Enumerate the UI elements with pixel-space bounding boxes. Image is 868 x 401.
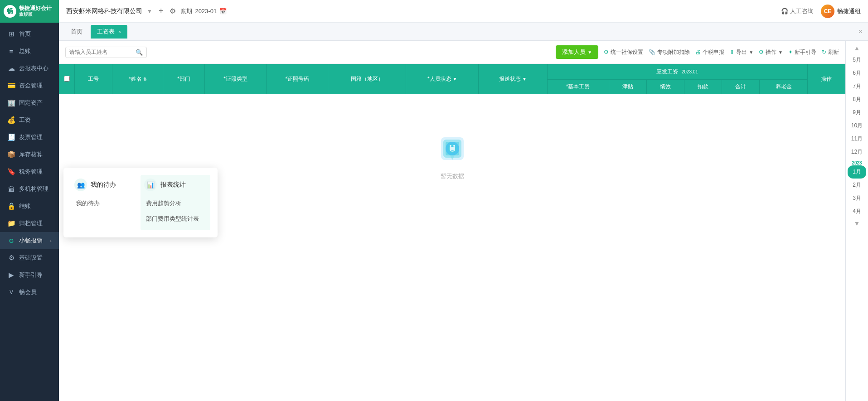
- th-idno: *证照号码: [267, 64, 328, 94]
- tab-close-icon[interactable]: ×: [118, 29, 121, 34]
- topbar-add-button[interactable]: +: [157, 6, 165, 16]
- company-name: 西安虾米网络科技有限公司: [66, 7, 142, 15]
- month-item-3[interactable]: 3月: [846, 192, 868, 205]
- tab-home[interactable]: 首页: [64, 25, 89, 39]
- popup-todo-title: 我的待办: [91, 181, 116, 189]
- todo-section-icon: 👥: [74, 179, 87, 191]
- popup-reports-section: 📊 报表统计 费用趋势分析 部门费用类型统计表: [141, 175, 210, 230]
- th-status[interactable]: *人员状态 ▼: [406, 64, 479, 94]
- add-person-button[interactable]: 添加人员 ▼: [556, 45, 598, 59]
- avatar-initials: CE: [824, 8, 832, 14]
- th-base-salary: *基本工资: [547, 80, 609, 94]
- member-icon: V: [7, 289, 15, 295]
- sidebar-item-tax[interactable]: 🔖 税务管理: [0, 163, 59, 180]
- svg-point-6: [450, 145, 451, 147]
- tax-report-button[interactable]: 🖨 个税申报: [695, 48, 724, 56]
- sidebar-label-assets: 固定资产: [19, 99, 43, 107]
- operate-button[interactable]: ⚙ 操作 ▼: [759, 48, 783, 56]
- tax-label: 个税申报: [703, 48, 724, 56]
- multi-icon: 🏛: [7, 185, 15, 193]
- month-nav-down[interactable]: ▼: [846, 218, 868, 229]
- filter-status-icon: ▼: [453, 77, 457, 82]
- sidebar-item-invoice[interactable]: 🧾 发票管理: [0, 129, 59, 146]
- search-input[interactable]: [69, 49, 133, 55]
- sidebar: 畅 畅捷通好会计 旗舰版 ⊞ 首页 ≡ 总账 ☁ 云报表中心 💳 资金管理 🏢 …: [0, 0, 59, 401]
- social-security-button[interactable]: ⚙ 统一社保设置: [604, 48, 643, 56]
- sidebar-label-funds: 资金管理: [19, 82, 43, 90]
- service-label: 人工咨询: [790, 7, 814, 15]
- month-item-5[interactable]: 5月: [846, 53, 868, 67]
- deduct-icon: 📎: [649, 49, 655, 55]
- sidebar-item-multi[interactable]: 🏛 多机构管理: [0, 180, 59, 198]
- th-checkbox[interactable]: [59, 64, 75, 94]
- month-item-4[interactable]: 4月: [846, 205, 868, 218]
- window-close-button[interactable]: ×: [858, 28, 863, 36]
- th-pension: 养老金: [760, 80, 807, 94]
- month-item-7[interactable]: 7月: [846, 80, 868, 93]
- export-label: 导出: [736, 48, 747, 56]
- popup-dept-item[interactable]: 部门费用类型统计表: [144, 211, 207, 227]
- social-label: 统一社保设置: [611, 48, 643, 56]
- sidebar-item-home[interactable]: ⊞ 首页: [0, 25, 59, 43]
- export-icon: ⬆: [730, 49, 734, 55]
- sidebar-label-guide: 新手引导: [19, 271, 43, 279]
- popup-todo-item[interactable]: 我的待办: [74, 196, 137, 211]
- th-name[interactable]: *姓名 ⇅: [112, 64, 163, 94]
- month-item-12[interactable]: 12月: [846, 145, 868, 159]
- sidebar-item-inventory[interactable]: 📦 库存核算: [0, 146, 59, 163]
- sidebar-item-basic[interactable]: ⚙ 基础设置: [0, 249, 59, 266]
- sidebar-item-xiao[interactable]: G 小畅报销 ‹: [0, 232, 59, 249]
- month-item-9[interactable]: 9月: [846, 106, 868, 119]
- sidebar-label-inventory: 库存核算: [19, 150, 43, 159]
- month-item-1[interactable]: 1月: [848, 165, 866, 179]
- topbar-settings-button[interactable]: ⚙: [170, 7, 176, 15]
- xiao-icon: G: [7, 237, 15, 244]
- salary-toolbar: 🔍 添加人员 ▼ ⚙ 统一社保设置 📎 专项附加扣除: [59, 41, 845, 64]
- sidebar-item-close[interactable]: 🔒 结账: [0, 198, 59, 215]
- refresh-label: 刷新: [828, 48, 839, 56]
- logo-subtitle: 旗舰版: [19, 11, 52, 18]
- popup-menu: 👥 我的待办 我的待办 📊 报表统计 费用趋势分析 部门费用类型统计表: [63, 168, 218, 237]
- service-button[interactable]: 🎧 人工咨询: [781, 7, 814, 15]
- tab-salary[interactable]: 工资表 ×: [91, 25, 127, 39]
- sidebar-item-archive[interactable]: 📁 归档管理: [0, 215, 59, 232]
- month-item-2[interactable]: 2月: [846, 179, 868, 192]
- th-salary-group: 应发工资 2023.01: [547, 64, 807, 80]
- salary-icon: 💰: [7, 116, 15, 124]
- month-item-10[interactable]: 10月: [846, 119, 868, 132]
- sidebar-label-ledger: 总账: [19, 47, 31, 55]
- calendar-icon: 📅: [219, 8, 227, 14]
- export-button[interactable]: ⬆ 导出 ▼: [730, 48, 753, 56]
- tab-close-window: ×: [858, 28, 863, 36]
- popup-trend-item[interactable]: 费用趋势分析: [144, 196, 207, 211]
- sidebar-item-ledger[interactable]: ≡ 总账: [0, 43, 59, 60]
- newguide-button[interactable]: ✦ 新手引导: [788, 48, 816, 56]
- month-year-label: 2023: [851, 159, 863, 165]
- sidebar-label-member: 畅会员: [19, 288, 37, 296]
- dept-label: 部门费用类型统计表: [146, 215, 199, 222]
- sidebar-item-funds[interactable]: 💳 资金管理: [0, 77, 59, 94]
- month-item-11[interactable]: 11月: [846, 132, 868, 145]
- deduct-label: 专项附加扣除: [657, 48, 690, 56]
- month-nav-up[interactable]: ▲: [846, 43, 868, 53]
- sidebar-item-cloud[interactable]: ☁ 云报表中心: [0, 60, 59, 77]
- th-report-status[interactable]: 报送状态 ▼: [479, 64, 547, 94]
- period-label: 账期 2023-01 📅: [180, 7, 227, 15]
- funds-icon: 💳: [7, 82, 15, 90]
- refresh-button[interactable]: ↻ 刷新: [822, 48, 839, 56]
- user-name: 畅捷通组: [837, 7, 861, 15]
- deduct-button[interactable]: 📎 专项附加扣除: [649, 48, 690, 56]
- refresh-icon: ↻: [822, 49, 826, 55]
- sidebar-logo: 畅 畅捷通好会计 旗舰版: [0, 0, 59, 23]
- user-menu[interactable]: CE 畅捷通组: [821, 5, 861, 18]
- month-item-8[interactable]: 8月: [846, 93, 868, 106]
- sidebar-item-salary[interactable]: 💰 工资: [0, 111, 59, 129]
- month-item-6[interactable]: 6月: [846, 67, 868, 80]
- popup-todo-section: 👥 我的待办 我的待办: [71, 175, 141, 230]
- sidebar-item-assets[interactable]: 🏢 固定资产: [0, 94, 59, 111]
- sidebar-nav: ⊞ 首页 ≡ 总账 ☁ 云报表中心 💳 资金管理 🏢 固定资产 💰 工资 🧾 发…: [0, 23, 59, 401]
- select-all-checkbox[interactable]: [64, 76, 70, 82]
- sidebar-item-member[interactable]: V 畅会员: [0, 284, 59, 301]
- sidebar-label-salary: 工资: [19, 116, 31, 124]
- sidebar-item-guide[interactable]: ▶ 新手引导: [0, 266, 59, 284]
